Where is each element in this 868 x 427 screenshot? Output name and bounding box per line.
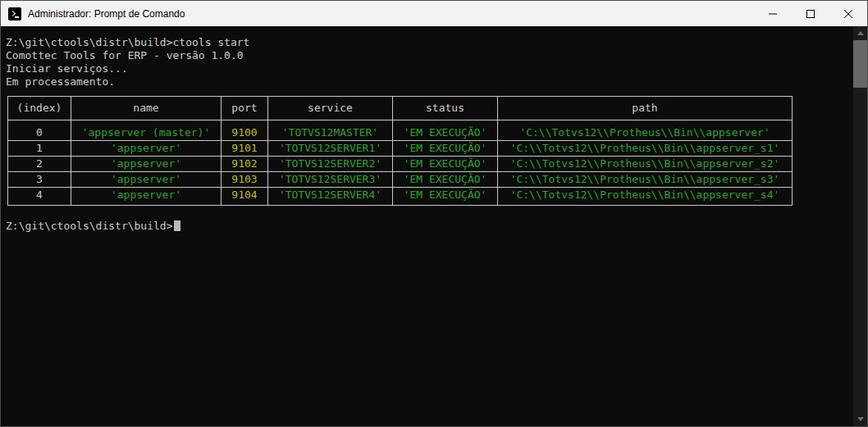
window-title: Administrador: Prompt de Comando (28, 8, 185, 20)
cell-path: 'C:\\Totvs12\\Protheus\\Bin\\appserver' (498, 120, 793, 141)
cell-path: 'C:\\Totvs12\\Protheus\\Bin\\appserver_s… (498, 141, 793, 157)
text-cursor (174, 220, 180, 231)
header-service: service (268, 97, 393, 120)
table-row: 4 'appserver' 9104 'TOTVS12SERVER4' 'EM … (8, 188, 793, 206)
cell-service: 'TOTVS12MASTER' (268, 120, 393, 141)
cell-path: 'C:\\Totvs12\\Protheus\\Bin\\appserver_s… (498, 172, 793, 188)
cell-port: 9104 (222, 188, 268, 206)
scroll-up-button[interactable] (853, 26, 867, 40)
scrollbar-thumb[interactable] (853, 40, 867, 88)
cell-service: 'TOTVS12SERVER1' (268, 141, 393, 157)
header-port: port (222, 97, 268, 120)
cell-index: 2 (8, 157, 71, 172)
table-header-row: (index) name port service status path (8, 97, 793, 120)
header-index: (index) (8, 97, 71, 120)
cell-status: 'EM EXECUÇÃO' (393, 141, 498, 157)
prompt-line[interactable]: Z:\git\ctools\distr\build> (6, 220, 849, 233)
table-row: 3 'appserver' 9103 'TOTVS12SERVER3' 'EM … (8, 172, 793, 188)
cell-index: 1 (8, 141, 71, 157)
maximize-button[interactable] (792, 1, 829, 26)
console-line: Iniciar serviços... (6, 62, 849, 75)
table-row: 0 'appserver (master)' 9100 'TOTVS12MAST… (8, 120, 793, 141)
console-line: Z:\git\ctools\distr\build>ctools start (6, 36, 849, 49)
scroll-up-icon (857, 31, 864, 35)
cell-status: 'EM EXECUÇÃO' (393, 120, 498, 141)
window-controls (754, 1, 867, 26)
cell-port: 9102 (222, 157, 268, 172)
vertical-scrollbar[interactable] (853, 26, 867, 426)
services-table: (index) name port service status path 0 … (7, 96, 793, 206)
close-button[interactable] (829, 1, 867, 26)
cell-status: 'EM EXECUÇÃO' (393, 172, 498, 188)
cell-port: 9100 (222, 120, 268, 141)
cell-service: 'TOTVS12SERVER4' (268, 188, 393, 206)
cell-port: 9103 (222, 172, 268, 188)
prompt-text: Z:\git\ctools\distr\build> (6, 220, 173, 232)
minimize-button[interactable] (754, 1, 792, 26)
console-area[interactable]: Z:\git\ctools\distr\build>ctools start C… (1, 26, 867, 426)
cell-path: 'C:\\Totvs12\\Protheus\\Bin\\appserver_s… (498, 188, 793, 206)
table-row: 2 'appserver' 9102 'TOTVS12SERVER2' 'EM … (8, 157, 793, 172)
cell-service: 'TOTVS12SERVER3' (268, 172, 393, 188)
cmd-icon (8, 7, 21, 20)
console-line: Comottec Tools for ERP - versão 1.0.0 (6, 49, 849, 62)
cell-index: 3 (8, 172, 71, 188)
scroll-down-button[interactable] (853, 412, 867, 426)
header-status: status (393, 97, 498, 120)
cell-name: 'appserver (master)' (71, 120, 222, 141)
cell-name: 'appserver' (71, 157, 222, 172)
title-bar[interactable]: Administrador: Prompt de Comando (1, 1, 867, 26)
cmd-window: Administrador: Prompt de Comando (0, 0, 868, 427)
title-bar-left: Administrador: Prompt de Comando (1, 7, 185, 20)
cell-index: 4 (8, 188, 71, 206)
cell-path: 'C:\\Totvs12\\Protheus\\Bin\\appserver_s… (498, 157, 793, 172)
cell-index: 0 (8, 120, 71, 141)
cell-name: 'appserver' (71, 141, 222, 157)
cell-status: 'EM EXECUÇÃO' (393, 157, 498, 172)
cell-name: 'appserver' (71, 188, 222, 206)
console-scrollback: Z:\git\ctools\distr\build>ctools start C… (1, 26, 867, 233)
minimize-icon (769, 10, 777, 18)
cell-status: 'EM EXECUÇÃO' (393, 188, 498, 206)
cell-port: 9101 (222, 141, 268, 157)
scroll-down-icon (857, 417, 864, 421)
cell-name: 'appserver' (71, 172, 222, 188)
header-name: name (71, 97, 222, 120)
header-path: path (498, 97, 793, 120)
table-row: 1 'appserver' 9101 'TOTVS12SERVER1' 'EM … (8, 141, 793, 157)
maximize-icon (806, 10, 815, 18)
console-line: Em processamento. (6, 75, 849, 89)
cell-service: 'TOTVS12SERVER2' (268, 157, 393, 172)
close-icon (844, 10, 852, 18)
